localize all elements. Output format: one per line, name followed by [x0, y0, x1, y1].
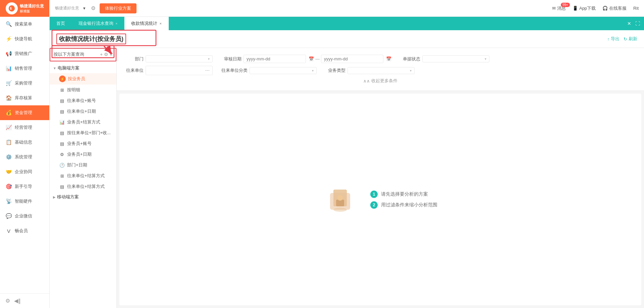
- audit-date-end-input[interactable]: [321, 55, 383, 63]
- system-icon: ⚙️: [5, 154, 12, 160]
- biz-type-select[interactable]: ▾: [347, 67, 415, 74]
- sidebar-bottom: ⚙ ◀‖: [0, 293, 49, 308]
- collapse-conditions-button[interactable]: ∧∧ 收起更多条件: [123, 75, 637, 87]
- search-icon: 🔍: [5, 21, 12, 28]
- header-dropdown[interactable]: ▾: [83, 6, 86, 11]
- sidebar-item-purchase[interactable]: 🛒 采购管理: [0, 76, 49, 91]
- partner-dots-icon[interactable]: ···: [205, 67, 210, 73]
- tab-window-actions: ✕ ⛶: [627, 21, 644, 26]
- tree-item-partner-settlement-1[interactable]: ⊞ 往来单位+结算方式: [50, 170, 116, 181]
- sidebar-item-quicknav[interactable]: ⚡ 快捷导航: [0, 32, 49, 46]
- bill-status-select[interactable]: ▾: [422, 55, 489, 62]
- app-download-button[interactable]: 📱 App下载: [573, 5, 596, 11]
- empty-step-2: 2 用过滤条件来缩小分析范围: [370, 201, 437, 209]
- empty-illustration: [323, 183, 357, 216]
- tree-section-mobile: ▶ 移动端方案: [50, 192, 116, 202]
- message-button[interactable]: ✉ 消息 99+: [552, 5, 566, 11]
- step2-number: 2: [370, 201, 378, 209]
- tree-section-mobile-header[interactable]: ▶ 移动端方案: [50, 192, 116, 202]
- tree-item-by-detail[interactable]: ⊞ 按明细: [50, 85, 116, 95]
- audit-date-label: 审核日期: [221, 56, 241, 62]
- user-menu[interactable]: Rit: [633, 6, 639, 11]
- audit-date-start-input[interactable]: [244, 55, 306, 63]
- sidebar-item-inventory[interactable]: 🏠 库存核算: [0, 91, 49, 105]
- empty-state: 1 请先选择要分析的方案 2 用过滤条件来缩小分析范围: [119, 94, 641, 305]
- sidebar-item-operations[interactable]: 📈 经营管理: [0, 120, 49, 135]
- sidebar-item-weixin[interactable]: 💬 企业微信: [0, 209, 49, 223]
- purchase-icon: 🛒: [5, 80, 12, 87]
- message-badge: 99+: [561, 3, 570, 7]
- empty-content: 1 请先选择要分析的方案 2 用过滤条件来缩小分析范围: [323, 183, 437, 216]
- marketing-icon: 📢: [5, 50, 12, 57]
- partner-category-label: 往来单位分类: [221, 67, 248, 73]
- left-panel-header: 按以下方案查询 + ⚙ «: [50, 48, 116, 61]
- sidebar-item-sales[interactable]: 📊 销售管理: [0, 61, 49, 76]
- settings-bottom-icon[interactable]: ⚙: [5, 298, 10, 304]
- tree-item-partner-settlement-2[interactable]: ▤ 往来单位+结算方式: [50, 181, 116, 192]
- partner-select[interactable]: ···: [146, 66, 213, 75]
- refresh-button[interactable]: ↻ 刷新: [624, 36, 637, 42]
- top-header: 畅捷通好生意 ▾ ⚙ 体验行业方案 ✉ 消息 99+ 📱 App下载 🎧 在线客…: [50, 0, 644, 17]
- maximize-window-icon[interactable]: ⛶: [635, 21, 640, 26]
- page-header-actions: ↑ 导出 ↻ 刷新: [607, 36, 638, 42]
- partner-settlement1-icon: ⊞: [59, 173, 65, 179]
- header-gear-icon[interactable]: ⚙: [91, 5, 96, 11]
- export-button[interactable]: ↑ 导出: [607, 36, 620, 42]
- tree-item-partner-date[interactable]: ▤ 往来单位+日期: [50, 106, 116, 117]
- collapse-bottom-icon[interactable]: ◀‖: [14, 298, 21, 304]
- trial-button[interactable]: 体验行业方案: [100, 3, 137, 13]
- sidebar-item-finance[interactable]: 💰 资金管理: [0, 105, 49, 120]
- close-window-icon[interactable]: ✕: [627, 21, 631, 26]
- svg-point-7: [333, 208, 347, 212]
- sidebar-item-search[interactable]: 🔍 搜索菜单: [0, 17, 49, 32]
- online-service-button[interactable]: 🎧 在线客服: [602, 5, 627, 11]
- close-cashflow-tab-icon[interactable]: ×: [115, 21, 117, 25]
- audit-start-calendar-icon[interactable]: 📅: [309, 56, 314, 61]
- biz-type-label: 业务类型: [325, 67, 345, 73]
- audit-end-calendar-icon[interactable]: 📅: [386, 56, 391, 61]
- sidebar-item-marketing[interactable]: 📢 营销推广: [0, 46, 49, 61]
- sidebar-item-collab[interactable]: 🤝 企业协同: [0, 164, 49, 179]
- collapse-panel-icon[interactable]: «: [110, 52, 112, 57]
- partner-settlement2-icon: ▤: [59, 184, 65, 190]
- tree-item-salesperson-settlement[interactable]: 📊 业务员+结算方式: [50, 117, 116, 127]
- page-header: 收款情况统计(按业务员) ↑ 导出 ↻ 刷新: [50, 30, 644, 48]
- svg-point-6: [337, 195, 343, 201]
- tab-bar: 首页 现金银行流水查询 × 收款情况统计 × ✕ ⛶: [50, 17, 644, 30]
- tree-item-partner-account[interactable]: ▤ 往来单位+账号: [50, 95, 116, 106]
- sidebar-item-hardware[interactable]: 📡 智能硬件: [0, 194, 49, 209]
- partner-label: 往来单位: [123, 67, 144, 73]
- tree-item-salesperson-account[interactable]: ▤ 业务员+账号: [50, 138, 116, 149]
- tree-item-by-salesperson[interactable]: ⚡ 按业务员: [50, 73, 116, 85]
- export-icon: ↑: [607, 37, 610, 42]
- partner-account-icon: ▤: [59, 98, 65, 104]
- tab-cashflow[interactable]: 现金银行流水查询 ×: [72, 17, 124, 30]
- page-title: 收款情况统计(按业务员): [56, 34, 126, 44]
- bill-status-dropdown-icon: ▾: [485, 57, 486, 61]
- tree-section-desktop-header[interactable]: ▼ 电脑端方案: [50, 63, 116, 73]
- collapse-icon: ∧∧: [363, 79, 370, 84]
- add-scheme-button[interactable]: +: [100, 52, 103, 57]
- guide-icon: 🎯: [5, 183, 12, 190]
- sidebar-item-system[interactable]: ⚙️ 系统管理: [0, 150, 49, 164]
- sidebar-item-member[interactable]: V 畅会员: [0, 223, 49, 238]
- bill-status-label: 单据状态: [400, 56, 420, 62]
- dept-select[interactable]: ▾: [146, 55, 213, 62]
- dept-dropdown-icon: ▾: [208, 57, 210, 61]
- tree-item-salesperson-date[interactable]: ⚙ 业务员+日期: [50, 149, 116, 160]
- close-collection-tab-icon[interactable]: ×: [159, 21, 161, 25]
- right-content: 单据日期 上月 本月 本年 近7天 更多 自定义 2023-01-01 至: [117, 48, 644, 308]
- sidebar-item-basicinfo[interactable]: 📋 基础信息: [0, 135, 49, 150]
- tab-home[interactable]: 首页: [50, 20, 72, 27]
- page-content: 收款情况统计(按业务员) ↑ 导出 ↻ 刷新 按以下方案查询 +: [50, 30, 644, 308]
- logo-icon: 6: [6, 2, 18, 14]
- partner-category-select[interactable]: ▾: [250, 67, 317, 74]
- left-panel-title: 按以下方案查询: [54, 51, 98, 57]
- scheme-settings-icon[interactable]: ⚙: [104, 52, 108, 57]
- hardware-icon: 📡: [5, 198, 12, 205]
- tree-item-dept-date[interactable]: 🕐 部门+日期: [50, 160, 116, 170]
- partner-dept-icon: ▤: [59, 130, 65, 136]
- tree-item-partner-dept[interactable]: ▤ 按往来单位+部门+收...: [50, 127, 116, 138]
- tab-collection-stats[interactable]: 收款情况统计 ×: [124, 17, 168, 30]
- sidebar-item-guide[interactable]: 🎯 新手引导: [0, 179, 49, 194]
